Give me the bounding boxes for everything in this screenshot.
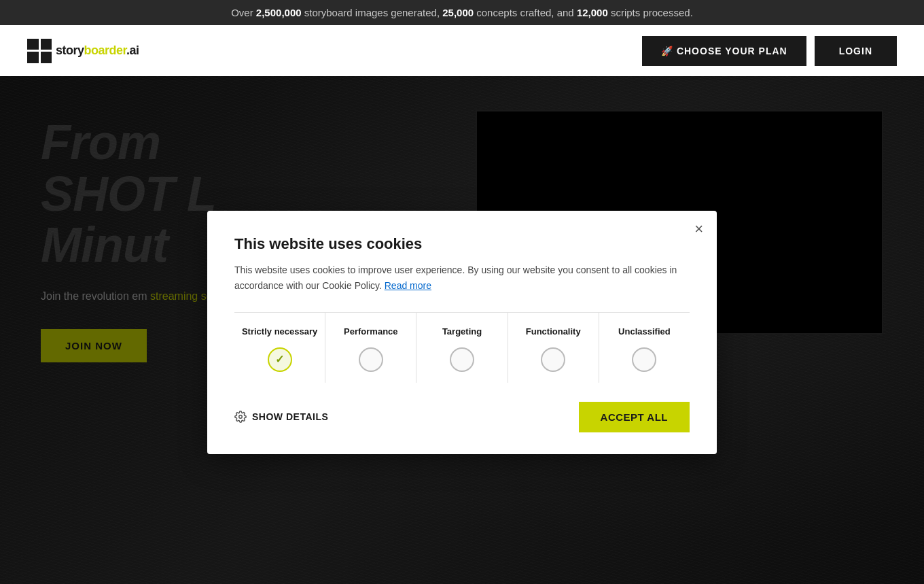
accept-all-button[interactable]: ACCEPT ALL [579,402,690,432]
announcement-text: Over 2,500,000 storyboard images generat… [231,7,693,18]
category-strictly-necessary-label: Strictly necessary [242,326,317,338]
category-strictly-necessary-checkbox[interactable] [268,347,292,372]
category-performance-label: Performance [344,326,397,338]
logo-cell-1 [27,39,39,50]
modal-description: This website uses cookies to improve use… [234,262,690,293]
cookie-categories: Strictly necessary Performance Targeting… [234,312,690,383]
logo-grid-icon [27,39,52,63]
read-more-link[interactable]: Read more [385,280,431,291]
logo-cell-4 [41,52,52,63]
category-unclassified-checkbox[interactable] [632,347,656,372]
category-targeting: Targeting [416,313,508,383]
modal-close-button[interactable]: × [694,222,703,237]
stat-storyboards: 2,500,000 [256,7,302,18]
svg-point-0 [239,415,243,419]
category-functionality-checkbox[interactable] [541,347,565,372]
login-button[interactable]: LOGIN [815,36,897,66]
logo: storyboarder.ai [27,39,139,63]
show-details-button[interactable]: SHOW DETAILS [234,411,328,423]
modal-overlay: × This website uses cookies This website… [0,76,924,584]
category-targeting-checkbox[interactable] [450,347,474,372]
category-unclassified: Unclassified [599,313,690,383]
category-targeting-label: Targeting [442,326,482,338]
category-strictly-necessary: Strictly necessary [234,313,325,383]
modal-footer: SHOW DETAILS ACCEPT ALL [234,402,690,432]
logo-text: storyboarder.ai [56,44,139,58]
modal-title: This website uses cookies [234,235,690,253]
show-details-label: SHOW DETAILS [252,411,328,422]
category-functionality-label: Functionality [526,326,581,338]
hero-section: From SHOT L Minut Join the revolution em… [0,76,924,584]
announcement-bar: Over 2,500,000 storyboard images generat… [0,0,924,25]
navbar: storyboarder.ai 🚀 CHOOSE YOUR PLAN LOGIN [0,25,924,76]
category-unclassified-label: Unclassified [618,326,671,338]
logo-cell-3 [27,52,39,63]
gear-icon [234,411,247,423]
logo-cell-2 [41,39,52,50]
stat-concepts: 25,000 [442,7,474,18]
choose-plan-button[interactable]: 🚀 CHOOSE YOUR PLAN [642,36,806,66]
category-performance: Performance [325,313,416,383]
stat-scripts: 12,000 [577,7,608,18]
category-functionality: Functionality [508,313,599,383]
category-performance-checkbox[interactable] [359,347,383,372]
cookie-modal: × This website uses cookies This website… [207,211,717,454]
nav-buttons: 🚀 CHOOSE YOUR PLAN LOGIN [642,36,897,66]
